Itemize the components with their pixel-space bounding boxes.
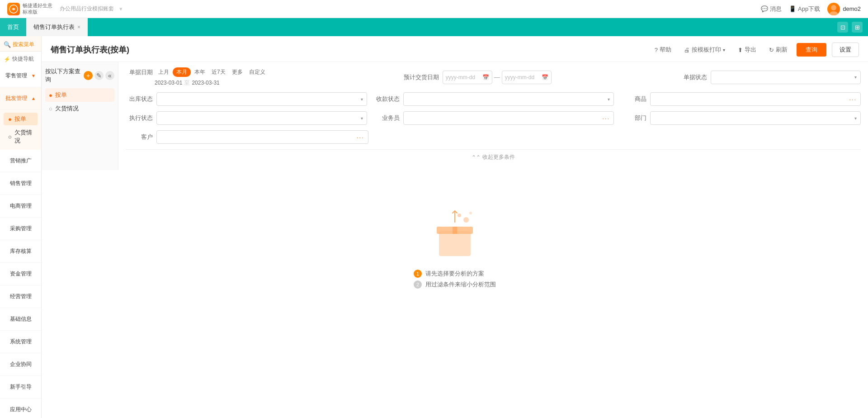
tab-expand-btn[interactable]: ⊞ [852, 22, 863, 33]
calendar-end-icon: 📅 [542, 74, 548, 81]
sidebar-item-operation[interactable]: 经营管理 [0, 285, 41, 308]
scheme-by-order-label: 按单 [55, 91, 67, 99]
execution-arrow: ▾ [361, 116, 363, 121]
restore-icon: ⊡ [840, 24, 845, 31]
product-select[interactable]: ··· [650, 92, 861, 106]
template-print-label: 按模板打印 [692, 46, 721, 54]
refresh-icon: ↻ [769, 47, 774, 53]
step2-label: 用过滤条件来缩小分析范围 [425, 280, 496, 289]
sidebar-item-apps[interactable]: 应用中心 [0, 399, 41, 418]
logo-area[interactable]: 畅捷通好生意 标准版 [7, 3, 52, 15]
app-download-label: App下载 [798, 5, 820, 13]
nav-tabs-right-actions: ⊡ ⊞ [837, 22, 868, 33]
customer-select[interactable]: ··· [156, 130, 368, 144]
expected-date-end-input[interactable]: yyyy-mm-dd 📅 [502, 71, 552, 84]
sidebar-item-marketing[interactable]: 营销推广 [0, 150, 41, 172]
sidebar-item-apps-label: 应用中心 [10, 406, 32, 413]
export-btn[interactable]: ⬆ 导出 [734, 44, 760, 56]
help-btn[interactable]: ? 帮助 [651, 44, 675, 56]
payment-status-group: 收款状态 ▾ [373, 92, 614, 106]
sidebar-search-label: 搜索菜单 [13, 41, 34, 48]
settings-btn[interactable]: 设置 [832, 43, 859, 57]
salesperson-select[interactable]: ··· [403, 111, 614, 125]
collapse-up-icon: ⌃⌃ [472, 154, 481, 161]
svg-point-2 [829, 11, 838, 15]
sidebar-item-purchase-label: 采购管理 [10, 225, 32, 233]
sidebar-item-system[interactable]: 系统管理 [0, 331, 41, 353]
page-title: 销售订单执行表(按单) [51, 44, 129, 55]
collapse-scheme-btn[interactable]: « [105, 71, 114, 80]
query-btn[interactable]: 查询 [797, 43, 826, 57]
department-group: 部门 ▾ [619, 111, 861, 125]
sidebar-item-corp[interactable]: 企业协同 [0, 353, 41, 376]
sidebar-quick-nav[interactable]: ⚡ 快捷导航 [0, 52, 41, 65]
message-btn[interactable]: 💬 消息 [761, 5, 782, 13]
template-print-btn[interactable]: 🖨 按模板打印 ▾ [680, 44, 729, 56]
sidebar-item-finance[interactable]: 资金管理 [0, 263, 41, 285]
date-btn-this-year[interactable]: 本年 [192, 67, 208, 77]
sidebar-item-basic[interactable]: 基础信息 [0, 308, 41, 331]
date-btn-custom[interactable]: 自定义 [246, 67, 268, 77]
execution-status-label: 执行状态 [126, 114, 153, 122]
step2-num: 2 [414, 280, 422, 289]
date-label: 单据日期 [126, 68, 153, 76]
sidebar: 🔍 搜索菜单 ⚡ 快捷导航 零售管理 ▼ 批发管理 ▲ ● 按单 ○ 欠货情况 [0, 36, 42, 418]
sidebar-item-sales[interactable]: 销售管理 [0, 172, 41, 195]
filter-row-2: 出库状态 ▾ 收款状态 ▾ [126, 92, 861, 106]
tab-restore-btn[interactable]: ⊡ [837, 22, 848, 33]
add-scheme-btn[interactable]: + [84, 71, 93, 80]
payment-status-label: 收款状态 [373, 95, 400, 103]
sidebar-search[interactable]: 🔍 搜索菜单 [0, 36, 41, 52]
edit-scheme-btn[interactable]: ✎ [94, 71, 104, 80]
date-btn-last7[interactable]: 近7天 [209, 67, 228, 77]
user-area[interactable]: demo2 [827, 3, 861, 15]
sidebar-sub-item-by-order[interactable]: ● 按单 [4, 113, 38, 125]
sub-item-by-order-label: 按单 [14, 115, 26, 123]
search-icon: 🔍 [4, 41, 11, 48]
avatar [827, 3, 840, 15]
delivery-status-select[interactable]: ▾ [156, 92, 367, 106]
sidebar-retail-arrow: ▼ [31, 73, 36, 78]
sidebar-item-wholesale[interactable]: 批发管理 ▲ [0, 87, 41, 110]
app-download-icon: 📱 [789, 5, 796, 12]
app-download-btn[interactable]: 📱 App下载 [789, 5, 820, 13]
refresh-btn[interactable]: ↻ 刷新 [765, 44, 791, 56]
sidebar-item-ecommerce[interactable]: 电商管理 [0, 195, 41, 218]
status-group: 单据状态 ▾ [680, 71, 861, 84]
department-select[interactable]: ▾ [650, 111, 861, 125]
sidebar-item-purchase[interactable]: 采购管理 [0, 218, 41, 240]
calendar-start-icon: 📅 [482, 74, 489, 81]
payment-status-select[interactable]: ▾ [403, 92, 614, 106]
date-btn-more[interactable]: 更多 [229, 67, 245, 77]
tab-close-btn[interactable]: × [77, 24, 80, 30]
scheme-by-order[interactable]: ● 按单 [45, 88, 114, 102]
sidebar-item-retail[interactable]: 零售管理 ▼ [0, 65, 41, 87]
collapse-filter-btn[interactable]: ⌃⌃ 收起更多条件 [126, 149, 861, 165]
tab-home-label: 首页 [7, 23, 19, 31]
svg-point-1 [831, 5, 836, 10]
logo-text: 畅捷通好生意 标准版 [23, 3, 52, 14]
tab-sales-order[interactable]: 销售订单执行表 × [26, 18, 88, 36]
delivery-status-group: 出库状态 ▾ [126, 92, 367, 106]
message-label: 消息 [770, 5, 782, 13]
tab-home[interactable]: 首页 [0, 18, 26, 36]
sub-item-shortage-label: 欠货情况 [14, 128, 33, 145]
help-label: 帮助 [660, 46, 671, 54]
page-actions: ? 帮助 🖨 按模板打印 ▾ ⬆ 导出 ↻ 刷新 [651, 43, 859, 57]
sidebar-item-inventory-label: 库存核算 [10, 247, 32, 255]
sidebar-item-guide[interactable]: 新手引导 [0, 376, 41, 399]
expected-date-start-input[interactable]: yyyy-mm-dd 📅 [443, 71, 492, 84]
date-btn-this-month[interactable]: 本月 [173, 67, 191, 77]
execution-status-select[interactable]: ▾ [156, 111, 367, 125]
date-group: 单据日期 上月 本月 本年 近7天 更多 自定义 [126, 67, 397, 87]
status-select[interactable]: ▾ [711, 71, 861, 84]
export-label: 导出 [745, 46, 756, 54]
sidebar-item-guide-label: 新手引导 [10, 383, 32, 391]
sidebar-item-inventory[interactable]: 库存核算 [0, 240, 41, 263]
sidebar-item-marketing-label: 营销推广 [10, 157, 32, 165]
scheme-shortage[interactable]: ○ 欠货情况 [45, 102, 114, 115]
sidebar-sub-item-shortage[interactable]: ○ 欠货情况 [4, 126, 38, 147]
help-icon: ? [655, 47, 658, 53]
status-arrow: ▾ [854, 75, 857, 80]
date-btn-last-month[interactable]: 上月 [156, 67, 172, 77]
